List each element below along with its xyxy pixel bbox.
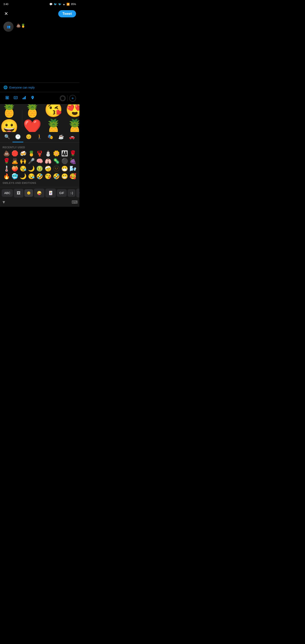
emoji-rofl[interactable]: 🤣 [36,173,44,180]
category-food[interactable]: ☕ [56,132,66,142]
compose-area: 👥 💩🍍 [0,19,80,82]
location-button[interactable] [29,94,36,102]
emoji-raised-hands[interactable]: 🙌 [19,158,27,164]
emoji-wind[interactable]: 🌬️ [69,165,77,172]
emoji-black-circle[interactable]: ⚫ [61,158,68,164]
tweet-text-area[interactable]: 💩🍍 [16,22,76,80]
sticker-item-3[interactable]: 😘🍍 [44,106,66,130]
abc-button[interactable]: ABC [2,189,13,197]
tweet-button[interactable]: Tweet [58,10,76,17]
globe-icon: 🌐 [4,85,8,90]
emoji-thermometer[interactable]: 🌡️ [2,165,10,172]
delete-button[interactable]: ⌫ [76,188,80,198]
reply-setting[interactable]: 🌐 Everyone can reply [0,82,80,92]
recently-used-section: RECENTLY USED 💩 🛑 🍻 🍍 🦞 ⛄ 🌼 👨‍👩‍👧 🌹 🌹 🙇 … [0,142,80,187]
svg-rect-3 [24,97,24,99]
status-icons: 💬 🐦 🐦 ▲ 📶 95% [49,3,76,6]
compose-toolbar: GIF [0,92,80,104]
battery-icon: 95% [71,3,76,6]
recently-used-label: RECENTLY USED [2,144,77,150]
emoji-lungs[interactable]: 🫁 [44,158,52,164]
emoji-poop[interactable]: 💩 [2,150,10,157]
category-smiley[interactable]: 😊 [23,132,34,142]
wifi-icon: ▲ [63,3,65,6]
close-button[interactable]: ✕ [4,10,9,17]
keyboard-top-row: ABC 🖼 😊 🤪 🃏 GIF :-) ⌫ [2,188,78,198]
emoji-sleepy2[interactable]: 😪 [28,173,35,180]
status-time: 3:40 [4,3,8,6]
top-bar: ✕ Tweet [0,8,80,19]
category-activity[interactable]: 🎭 [45,132,56,142]
avatar-image: 👥 [4,22,14,32]
reply-label: Everyone can reply [9,86,35,89]
emoji-grin[interactable]: 😁 [61,173,68,180]
category-recent[interactable]: 🕐 [12,132,23,142]
recently-used-grid: 💩 🛑 🍻 🍍 🦞 ⛄ 🌼 👨‍👩‍👧 🌹 🌹 🙇 🙌 🎤 🧠 🫁 🦠 ⚫ 🍇 … [2,150,77,180]
emoji-kiss[interactable]: 😘 [44,173,52,180]
emoji-peach[interactable]: 🍑 [11,165,19,172]
emoji-cold[interactable]: 🥶 [11,173,19,180]
emoji-keyboard-button[interactable]: 😊 [24,189,33,197]
emoji-mic[interactable]: 🎤 [28,158,35,164]
gif-keyboard-button[interactable]: GIF [57,189,67,197]
collapse-keyboard-button[interactable]: ▼ [2,200,6,205]
emoji-lobster[interactable]: 🦞 [36,150,44,157]
emoji-microbe[interactable]: 🦠 [52,158,60,164]
toolbar-divider [67,95,68,101]
emoji-family[interactable]: 👨‍👩‍👧 [61,150,68,157]
stickers-panel-button[interactable]: 🃏 [45,188,56,198]
emoji-pineapple[interactable]: 🍍 [28,150,35,157]
emoji-grapes[interactable]: 🍇 [69,158,77,164]
category-search[interactable]: 🔍 [2,132,12,142]
svg-text:GIF: GIF [14,97,17,98]
keyboard-bottom-bar: ABC 🖼 😊 🤪 🃏 GIF :-) ⌫ ▼ ⌨ [0,187,80,207]
status-bar: 3:40 💬 🐦 🐦 ▲ 📶 95% [0,0,80,8]
emoji-sticker-bar: 🍍😀 🍍❤️ 😘🍍 😍🍍 🍍🎉 [0,104,80,132]
emoji-snowman[interactable]: ⛄ [44,150,52,157]
character-counter [60,95,66,101]
category-people[interactable]: 🚶 [34,132,45,142]
svg-rect-4 [25,96,26,99]
category-travel[interactable]: 🚗 [66,132,77,142]
emoji-nauseated[interactable]: 🤢 [36,165,44,172]
emoji-beers[interactable]: 🍻 [19,150,27,157]
sticker-item-1[interactable]: 🍍😀 [0,106,21,130]
emoji-dotted-face[interactable]: 🫥 [52,165,60,172]
emoji-sleepy[interactable]: 😪 [19,165,27,172]
gif-button[interactable]: GIF [12,94,20,102]
tweet-emoji-content: 💩🍍 [16,24,26,28]
keyboard-bottom-row: ▼ ⌨ [2,199,78,206]
emoji-moon2[interactable]: 🌙 [19,173,27,180]
sticker-button[interactable]: 🖼 [14,189,24,198]
image-button[interactable] [4,94,11,102]
emoji-injured[interactable]: 🤕 [44,165,52,172]
poll-button[interactable] [20,94,28,102]
switch-keyboard-button[interactable]: ⌨ [72,200,78,205]
sticker-item-4[interactable]: 😍🍍 [66,106,80,130]
kaomoji-button[interactable]: 🤪 [34,188,44,198]
message-status-icon: 💬 [49,3,52,6]
emoji-rose2[interactable]: 🌹 [2,158,10,164]
emoji-moon[interactable]: 🌙 [28,165,35,172]
emoji-bowing[interactable]: 🙇 [11,158,19,164]
twitter-status-icon2: 🐦 [58,3,62,6]
svg-point-5 [60,96,65,100]
sticker-item-2[interactable]: 🍍❤️ [23,106,44,130]
emoji-smiling-hearts[interactable]: 🥰 [69,173,77,180]
category-objects[interactable]: 🏆 [77,132,80,142]
emoji-stop[interactable]: 🛑 [11,150,19,157]
avatar: 👥 [4,22,14,32]
emoji-rofl2[interactable]: 🤣 [52,173,60,180]
emoji-flower[interactable]: 🌼 [52,150,60,157]
text-emoticon-button[interactable]: :-) [68,189,76,197]
svg-rect-2 [23,98,24,99]
emoji-mask[interactable]: 😷 [61,165,68,172]
emoji-brain[interactable]: 🧠 [36,158,44,164]
add-tweet-button[interactable] [69,95,76,102]
twitter-status-icon1: 🐦 [54,3,57,6]
signal-icon: 📶 [66,3,70,6]
smileys-label: SMILEYS AND EMOTIONS [2,180,77,185]
emoji-fire[interactable]: 🔥 [2,173,10,180]
sticker-divider-1 [22,110,22,127]
emoji-rose[interactable]: 🌹 [69,150,77,157]
